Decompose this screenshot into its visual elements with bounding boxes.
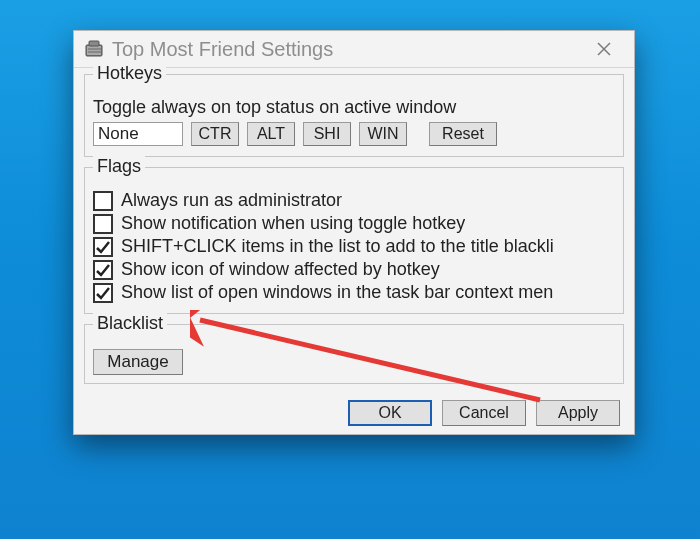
flag-row: Always run as administrator [93, 190, 615, 211]
cancel-button[interactable]: Cancel [442, 400, 526, 426]
svg-rect-2 [89, 41, 99, 46]
flag-row: Show icon of window affected by hotkey [93, 259, 615, 280]
manage-button[interactable]: Manage [93, 349, 183, 375]
svg-rect-1 [87, 46, 101, 55]
flag-label: SHIFT+CLICK items in the list to add to … [121, 236, 554, 257]
hotkey-input[interactable]: None [93, 122, 183, 146]
checkbox[interactable] [93, 214, 113, 234]
flag-label: Show notification when using toggle hotk… [121, 213, 465, 234]
flag-label: Show icon of window affected by hotkey [121, 259, 440, 280]
checkbox[interactable] [93, 191, 113, 211]
flag-row: Show list of open windows in the task ba… [93, 282, 615, 303]
blacklist-group: Blacklist Manage [84, 324, 624, 384]
hotkeys-row: None CTR ALT SHI WIN Reset [93, 122, 615, 146]
client-area: Hotkeys Toggle always on top status on a… [74, 68, 634, 434]
hotkeys-caption: Toggle always on top status on active wi… [93, 97, 615, 118]
hotkeys-group: Hotkeys Toggle always on top status on a… [84, 74, 624, 157]
flags-group: Flags Always run as administrator Show n… [84, 167, 624, 314]
settings-dialog: Top Most Friend Settings Hotkeys Toggle … [73, 30, 635, 435]
modifier-ctrl-button[interactable]: CTR [191, 122, 239, 146]
app-icon [84, 39, 104, 59]
checkbox[interactable] [93, 283, 113, 303]
modifier-alt-button[interactable]: ALT [247, 122, 295, 146]
flag-row: SHIFT+CLICK items in the list to add to … [93, 236, 615, 257]
flags-list: Always run as administrator Show notific… [93, 190, 615, 303]
hotkeys-group-label: Hotkeys [93, 63, 166, 84]
flag-label: Show list of open windows in the task ba… [121, 282, 553, 303]
reset-button[interactable]: Reset [429, 122, 497, 146]
modifier-shift-button[interactable]: SHI [303, 122, 351, 146]
flag-row: Show notification when using toggle hotk… [93, 213, 615, 234]
modifier-win-button[interactable]: WIN [359, 122, 407, 146]
close-button[interactable] [584, 31, 624, 67]
checkbox[interactable] [93, 260, 113, 280]
blacklist-group-label: Blacklist [93, 313, 167, 334]
apply-button[interactable]: Apply [536, 400, 620, 426]
flag-label: Always run as administrator [121, 190, 342, 211]
window-title: Top Most Friend Settings [112, 38, 584, 61]
ok-button[interactable]: OK [348, 400, 432, 426]
flags-group-label: Flags [93, 156, 145, 177]
desktop-background: Top Most Friend Settings Hotkeys Toggle … [0, 0, 700, 539]
dialog-button-row: OK Cancel Apply [84, 394, 624, 426]
checkbox[interactable] [93, 237, 113, 257]
